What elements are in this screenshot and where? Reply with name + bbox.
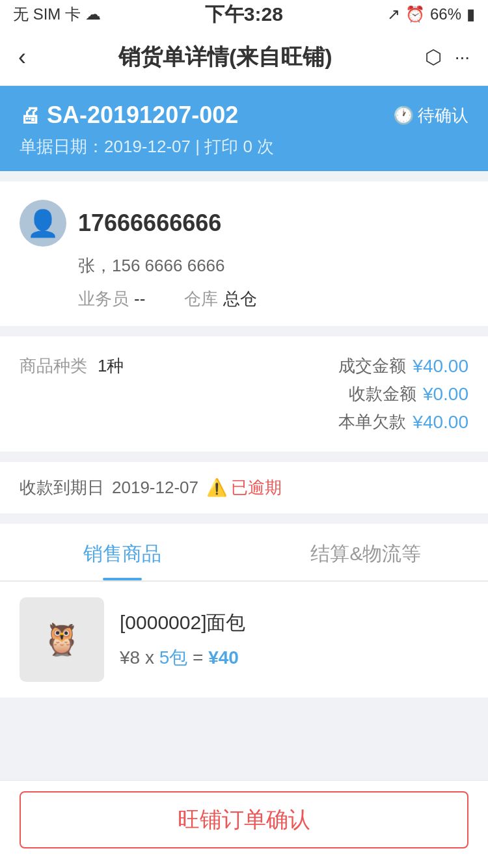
nav-bar: ‹ 销货单详情(来自旺铺) ⬡ ··· (0, 29, 488, 86)
product-name: [0000002]面包 (120, 610, 468, 636)
due-date-section: 收款到期日 2019-12-07 ⚠️ 已逾期 (0, 462, 488, 513)
no-sim-text: 无 SIM 卡 ☁ (13, 4, 101, 25)
tab-sales-products[interactable]: 销售商品 (0, 524, 244, 580)
equals-sign: = (193, 647, 208, 668)
customer-phone: 17666666666 (78, 210, 221, 237)
tabs-header: 销售商品 结算&物流等 (0, 524, 488, 582)
product-types-label: 商品种类 (20, 355, 87, 377)
battery-text: 66% (430, 5, 461, 23)
received-label: 收款金额 (349, 383, 416, 405)
received-amount-row: 收款金额 ¥0.00 (349, 383, 468, 405)
warning-icon: ⚠️ (206, 478, 227, 498)
bottom-bar: 旺铺订单确认 (0, 780, 488, 868)
status-left: 无 SIM 卡 ☁ (13, 4, 101, 25)
balance-value: ¥40.00 (413, 412, 468, 433)
summary-section: 商品种类 1种 成交金额 ¥40.00 收款金额 ¥0.00 本单欠款 ¥40.… (0, 336, 488, 452)
customer-top: 👤 17666666666 (20, 200, 468, 247)
received-value: ¥0.00 (423, 384, 468, 405)
avatar: 👤 (20, 200, 66, 247)
avatar-icon: 👤 (27, 208, 59, 239)
product-types-value: 1种 (98, 355, 124, 377)
salesperson-value: -- (134, 289, 145, 309)
order-date-print: 单据日期：2019-12-07 | 打印 0 次 (20, 135, 468, 158)
status-bar: 无 SIM 卡 ☁ 下午3:28 ↗ ⏰ 66% ▮ (0, 0, 488, 29)
tab-settlement[interactable]: 结算&物流等 (244, 524, 488, 580)
product-logo: 🦉 (42, 621, 81, 658)
tabs-section: 销售商品 结算&物流等 (0, 524, 488, 582)
header-top: 🖨 SA-20191207-002 🕐 待确认 (20, 102, 468, 129)
deal-amount-label: 成交金额 (338, 355, 406, 377)
overdue-badge: ⚠️ 已逾期 (206, 476, 282, 499)
deal-amount-row: 成交金额 ¥40.00 (338, 355, 468, 377)
location-icon: ↗ (387, 5, 400, 23)
share-button[interactable]: ⬡ (425, 46, 442, 68)
product-section: 🦉 [0000002]面包 ¥8 x 5包 = ¥40 (0, 582, 488, 698)
more-button[interactable]: ··· (455, 47, 470, 68)
salesperson-item: 业务员 -- (78, 288, 145, 310)
balance-label: 本单欠款 (338, 411, 406, 433)
warehouse-label: 仓库 (184, 288, 218, 310)
nav-left: ‹ (18, 44, 26, 71)
confirm-order-button[interactable]: 旺铺订单确认 (20, 791, 468, 848)
order-id: 🖨 SA-20191207-002 (20, 102, 238, 129)
warehouse-value: 总仓 (223, 288, 257, 310)
total-price: ¥40 (208, 647, 239, 668)
order-header-card: 🖨 SA-20191207-002 🕐 待确认 单据日期：2019-12-07 … (0, 86, 488, 171)
product-image: 🦉 (20, 597, 104, 682)
product-info: [0000002]面包 ¥8 x 5包 = ¥40 (120, 610, 468, 670)
overdue-text: 已逾期 (231, 476, 282, 499)
back-button[interactable]: ‹ (18, 44, 26, 71)
status-time: 下午3:28 (205, 1, 283, 28)
battery-icon: ▮ (467, 5, 475, 23)
customer-contact: 张，156 6666 6666 (20, 254, 468, 277)
quantity: 5包 (159, 647, 188, 668)
nav-title: 销货单详情(来自旺铺) (118, 42, 332, 72)
product-price-formula: ¥8 x 5包 = ¥40 (120, 645, 468, 670)
clock-icon: 🕐 (393, 105, 414, 126)
deal-amount-value: ¥40.00 (413, 356, 468, 377)
amounts: 成交金额 ¥40.00 收款金额 ¥0.00 本单欠款 ¥40.00 (338, 355, 468, 433)
balance-amount-row: 本单欠款 ¥40.00 (338, 411, 468, 433)
customer-section: 👤 17666666666 张，156 6666 6666 业务员 -- 仓库 … (0, 182, 488, 326)
price-per-unit: ¥8 (120, 647, 140, 668)
warehouse-item: 仓库 总仓 (184, 288, 257, 310)
salesperson-label: 业务员 (78, 288, 129, 310)
product-types: 商品种类 1种 (20, 355, 124, 377)
alarm-icon: ⏰ (405, 5, 425, 23)
order-status-badge: 🕐 待确认 (393, 104, 468, 127)
status-right: ↗ ⏰ 66% ▮ (387, 5, 475, 23)
due-date-value: 2019-12-07 (112, 478, 198, 498)
customer-meta: 业务员 -- 仓库 总仓 (20, 288, 468, 310)
multiply-sign: x (145, 647, 159, 668)
product-item: 🦉 [0000002]面包 ¥8 x 5包 = ¥40 (20, 597, 468, 682)
summary-row: 商品种类 1种 成交金额 ¥40.00 收款金额 ¥0.00 本单欠款 ¥40.… (20, 355, 468, 433)
due-date-label: 收款到期日 (20, 476, 104, 499)
nav-right: ⬡ ··· (425, 46, 470, 68)
order-icon: 🖨 (20, 103, 40, 128)
